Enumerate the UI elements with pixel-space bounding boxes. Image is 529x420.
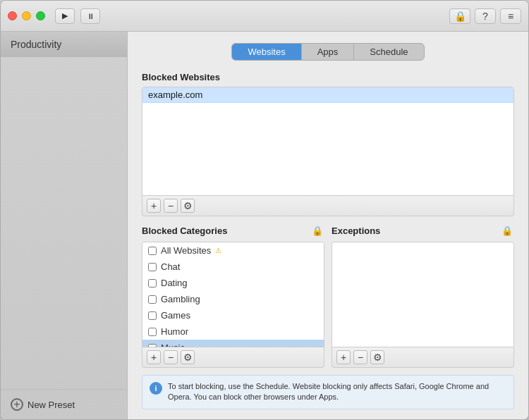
- settings-category-button[interactable]: ⚙: [181, 350, 195, 364]
- maximize-button[interactable]: [36, 11, 45, 20]
- settings-icon: ⚙: [183, 201, 193, 211]
- sidebar: Productivity + New Preset: [1, 32, 128, 419]
- close-button[interactable]: [8, 11, 17, 20]
- info-bar: i To start blocking, use the Schedule. W…: [142, 375, 514, 409]
- category-games-label: Games: [161, 310, 190, 321]
- pause-button[interactable]: ⏸: [80, 8, 100, 24]
- category-gambling-checkbox[interactable]: [148, 295, 157, 304]
- info-text: To start blocking, use the Schedule. Web…: [168, 381, 506, 403]
- settings-icon: ⚙: [183, 352, 193, 362]
- exceptions-list[interactable]: [332, 242, 514, 347]
- blocked-websites-title: Blocked Websites: [142, 72, 514, 82]
- help-button[interactable]: ?: [475, 8, 496, 24]
- category-dating-label: Dating: [161, 278, 188, 288]
- category-gambling[interactable]: Gambling: [142, 291, 324, 307]
- content-area: Productivity + New Preset Websites Apps: [1, 32, 528, 419]
- category-music-label: Music: [161, 342, 185, 347]
- remove-icon: −: [358, 352, 363, 362]
- play-button[interactable]: ▶: [55, 8, 75, 24]
- categories-lock-icon[interactable]: 🔒: [310, 223, 324, 237]
- websites-list[interactable]: example.com: [142, 87, 514, 196]
- blocked-categories-col: Blocked Categories 🔒 All Websites ⚠ Chat: [142, 223, 324, 368]
- tab-schedule[interactable]: Schedule: [354, 44, 423, 60]
- exceptions-toolbar: + − ⚙: [332, 347, 514, 368]
- menu-button[interactable]: ≡: [500, 8, 521, 24]
- exceptions-header: Exceptions 🔒: [332, 223, 514, 237]
- lock-button[interactable]: 🔒: [449, 8, 470, 24]
- tab-websites[interactable]: Websites: [232, 44, 301, 60]
- category-chat-label: Chat: [161, 261, 180, 272]
- remove-website-button[interactable]: −: [164, 199, 178, 213]
- sidebar-item-productivity[interactable]: Productivity: [1, 32, 127, 57]
- traffic-lights: [8, 11, 45, 20]
- new-preset-button[interactable]: + New Preset: [11, 398, 117, 411]
- sidebar-item-label: Productivity: [11, 39, 61, 50]
- tab-apps[interactable]: Apps: [302, 44, 355, 60]
- add-icon: +: [11, 398, 23, 411]
- add-icon: +: [341, 352, 346, 362]
- info-icon: i: [150, 382, 162, 395]
- main-panel: Websites Apps Schedule Blocked Websites …: [128, 32, 528, 419]
- add-website-button[interactable]: +: [147, 199, 161, 213]
- category-humor-checkbox[interactable]: [148, 328, 157, 336]
- exceptions-lock-icon[interactable]: 🔒: [500, 223, 514, 237]
- titlebar-controls: ▶ ⏸: [55, 8, 100, 24]
- tabs-container: Websites Apps Schedule: [142, 43, 514, 61]
- tab-apps-label: Apps: [317, 47, 339, 57]
- category-chat-checkbox[interactable]: [148, 263, 157, 271]
- remove-exception-button[interactable]: −: [353, 350, 367, 364]
- two-col: Blocked Categories 🔒 All Websites ⚠ Chat: [142, 223, 514, 368]
- category-dating-checkbox[interactable]: [148, 279, 157, 288]
- play-icon: ▶: [62, 11, 68, 20]
- exceptions-col: Exceptions 🔒 + − ⚙: [332, 223, 514, 368]
- menu-icon: ≡: [508, 11, 513, 22]
- category-games[interactable]: Games: [142, 307, 324, 323]
- exceptions-title: Exceptions: [332, 226, 380, 236]
- category-all-websites[interactable]: All Websites ⚠: [142, 242, 324, 259]
- category-music[interactable]: Music: [142, 340, 324, 347]
- titlebar: ▶ ⏸ 🔒 ? ≡: [1, 1, 528, 32]
- lock-icon: 🔒: [454, 11, 466, 22]
- website-url: example.com: [148, 89, 202, 100]
- settings-website-button[interactable]: ⚙: [181, 199, 195, 213]
- remove-category-button[interactable]: −: [164, 350, 178, 364]
- add-category-button[interactable]: +: [147, 350, 161, 364]
- categories-list[interactable]: All Websites ⚠ Chat Dating: [142, 242, 324, 347]
- categories-title: Blocked Categories: [142, 226, 227, 236]
- titlebar-right: 🔒 ? ≡: [449, 8, 521, 24]
- remove-icon: −: [168, 201, 174, 211]
- add-exception-button[interactable]: +: [336, 350, 351, 364]
- website-item[interactable]: example.com: [142, 87, 513, 103]
- add-icon: +: [151, 352, 157, 362]
- category-gambling-label: Gambling: [161, 294, 200, 304]
- categories-header: Blocked Categories 🔒: [142, 223, 324, 237]
- settings-exception-button[interactable]: ⚙: [370, 350, 384, 364]
- info-icon-label: i: [154, 384, 157, 393]
- main-window: ▶ ⏸ 🔒 ? ≡ Productivity: [0, 0, 529, 420]
- websites-toolbar: + − ⚙: [142, 196, 514, 216]
- minimize-button[interactable]: [22, 11, 31, 20]
- help-icon: ?: [482, 11, 488, 22]
- category-games-checkbox[interactable]: [148, 311, 157, 320]
- blocked-websites-section: Blocked Websites example.com + − ⚙: [142, 72, 514, 216]
- category-all-websites-checkbox[interactable]: [148, 247, 157, 255]
- categories-toolbar: + − ⚙: [142, 347, 324, 368]
- category-humor-label: Humor: [161, 326, 188, 337]
- tab-websites-label: Websites: [248, 47, 285, 57]
- category-all-websites-label: All Websites: [161, 245, 211, 256]
- category-chat[interactable]: Chat: [142, 259, 324, 275]
- category-dating[interactable]: Dating: [142, 275, 324, 291]
- new-preset-label: New Preset: [28, 400, 75, 410]
- tab-schedule-label: Schedule: [370, 47, 408, 57]
- warning-icon: ⚠: [215, 247, 221, 254]
- category-humor[interactable]: Humor: [142, 323, 324, 340]
- settings-icon: ⚙: [373, 352, 382, 362]
- remove-icon: −: [168, 352, 174, 362]
- pause-icon: ⏸: [87, 12, 95, 20]
- sidebar-bottom: + New Preset: [1, 389, 127, 419]
- tabs: Websites Apps Schedule: [231, 43, 424, 61]
- add-icon: +: [151, 201, 157, 211]
